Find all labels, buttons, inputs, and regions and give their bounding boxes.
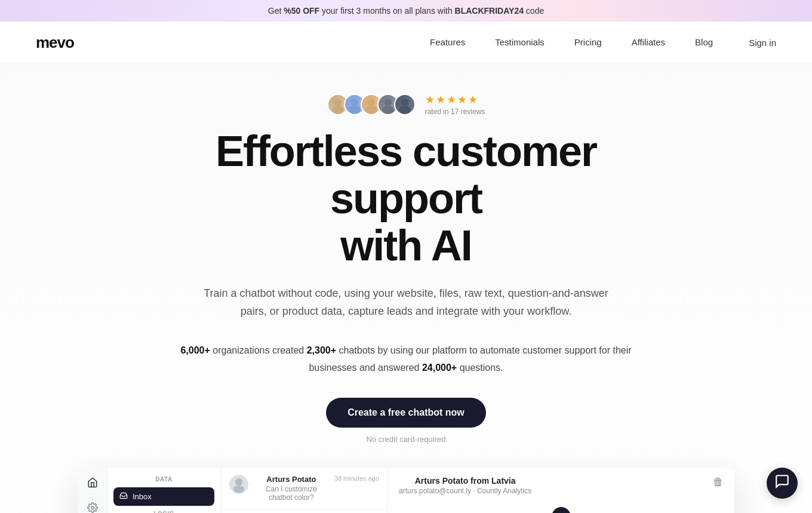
inbox-icon bbox=[119, 492, 128, 502]
hero-headline: Effortless customer support with AI bbox=[137, 128, 675, 270]
nav-blog[interactable]: Blog bbox=[695, 37, 713, 47]
banner-prefix: Get bbox=[268, 6, 284, 16]
active-chat-panel: Arturs Potato from Latvia arturs.potato@… bbox=[388, 468, 734, 513]
orgs-count: 6,000+ bbox=[180, 345, 210, 355]
svg-point-13 bbox=[235, 478, 242, 486]
chat-actions[interactable]: 🗑 bbox=[713, 476, 724, 489]
app-sidebar bbox=[78, 468, 107, 513]
svg-point-5 bbox=[365, 106, 377, 114]
nav-links: Features Testimonials Pricing Affiliates… bbox=[430, 37, 713, 48]
chat-item-1[interactable]: Arturs Potato Can I customize chatbot co… bbox=[221, 468, 387, 509]
svg-point-4 bbox=[367, 99, 374, 106]
svg-point-9 bbox=[399, 106, 411, 114]
panel-inbox-item[interactable]: Inbox bbox=[113, 487, 214, 506]
svg-point-6 bbox=[384, 99, 391, 106]
logo[interactable]: mevo bbox=[36, 33, 74, 52]
banner-highlight: %50 OFF bbox=[284, 6, 319, 16]
svg-point-8 bbox=[401, 99, 408, 106]
inbox-label: Inbox bbox=[133, 492, 152, 501]
panel-logic-label: LOGIC bbox=[113, 506, 214, 513]
svg-point-14 bbox=[233, 486, 244, 493]
svg-point-1 bbox=[332, 106, 344, 114]
rating-block: ★★★★★ rated in 17 reviews bbox=[425, 93, 485, 116]
svg-point-3 bbox=[349, 106, 361, 114]
svg-point-7 bbox=[382, 106, 394, 114]
left-panel: DATA Inbox LOGIC Products bbox=[107, 468, 221, 513]
chat-user-sub: arturs.potato@count.ly · Countly Analyti… bbox=[399, 487, 531, 495]
social-proof-row: ★★★★★ rated in 17 reviews bbox=[12, 93, 800, 116]
chat-header: Arturs Potato from Latvia arturs.potato@… bbox=[399, 476, 724, 495]
chat-widget-icon bbox=[774, 474, 790, 493]
hero-subtext: Train a chatbot without code, using your… bbox=[191, 284, 621, 321]
chat-avatar-1 bbox=[229, 475, 248, 494]
chat-name-1: Arturs Potato bbox=[254, 475, 328, 484]
main-nav: mevo Features Testimonials Pricing Affil… bbox=[0, 21, 812, 63]
conversations-panel: Arturs Potato Can I customize chatbot co… bbox=[221, 468, 388, 513]
chat-time-1: 38 minutes ago bbox=[334, 475, 379, 482]
no-credit-text: No credit card-required bbox=[12, 435, 800, 444]
sidebar-home-icon[interactable] bbox=[86, 476, 99, 489]
avatar-5 bbox=[394, 94, 416, 115]
svg-point-10 bbox=[91, 506, 94, 509]
svg-point-2 bbox=[350, 99, 358, 106]
sidebar-settings-icon[interactable] bbox=[86, 501, 99, 513]
hero-section: ★★★★★ rated in 17 reviews Effortless cus… bbox=[0, 63, 812, 513]
svg-point-0 bbox=[334, 99, 341, 106]
nav-pricing[interactable]: Pricing bbox=[574, 37, 602, 47]
chat-user-name: Arturs Potato from Latvia bbox=[399, 476, 531, 486]
questions-label: questions. bbox=[460, 363, 503, 373]
chat-bubble: Hi bbox=[552, 507, 571, 513]
chat-user-info: Arturs Potato from Latvia arturs.potato@… bbox=[399, 476, 531, 495]
sign-in-button[interactable]: Sign in bbox=[749, 38, 776, 48]
banner-middle: your first 3 months on all plans with bbox=[319, 6, 454, 16]
avatar-group bbox=[327, 94, 416, 115]
orgs-label: organizations created bbox=[213, 345, 304, 355]
nav-affiliates[interactable]: Affiliates bbox=[632, 37, 665, 47]
panel-data-label: DATA bbox=[113, 474, 214, 485]
headline-line2: with AI bbox=[340, 222, 471, 269]
promo-banner: Get %50 OFF your first 3 months on all p… bbox=[0, 0, 812, 21]
chat-widget-button[interactable] bbox=[767, 468, 798, 499]
chat-item-2[interactable]: Session from San Salvad... Can I use my … bbox=[221, 509, 387, 513]
chat-message: Hi bbox=[552, 507, 571, 513]
rated-text: rated in 17 reviews bbox=[425, 107, 485, 116]
nav-testimonials[interactable]: Testimonials bbox=[495, 37, 545, 47]
chat-content-1: Arturs Potato Can I customize chatbot co… bbox=[254, 475, 328, 502]
banner-suffix: code bbox=[524, 6, 544, 16]
cta-button[interactable]: Create a free chatbot now bbox=[326, 398, 486, 428]
stats-row: 6,000+ organizations created 2,300+ chat… bbox=[173, 342, 639, 377]
chat-preview-1: Can I customize chatbot color? bbox=[254, 485, 328, 502]
nav-features[interactable]: Features bbox=[430, 37, 465, 47]
chatbots-count: 2,300+ bbox=[307, 345, 336, 355]
stars: ★★★★★ bbox=[425, 93, 479, 106]
headline-line1: Effortless customer support bbox=[216, 127, 596, 222]
banner-code: BLACKFRIDAY24 bbox=[455, 6, 524, 16]
app-preview: DATA Inbox LOGIC Products bbox=[78, 468, 734, 513]
questions-count: 24,000+ bbox=[422, 363, 457, 373]
